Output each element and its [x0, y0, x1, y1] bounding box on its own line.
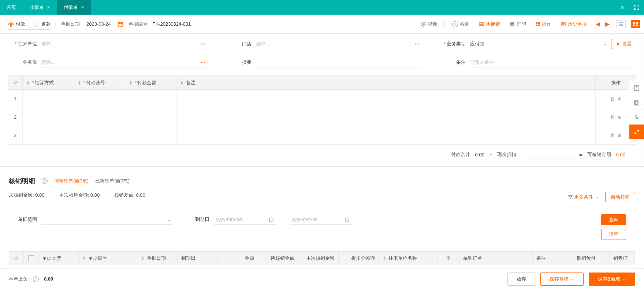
footer-bar: 本单上欠 ? 0.00 放弃 保存草稿︿ 保存&新增︿ — [0, 268, 644, 289]
tab-payment[interactable]: 付款单✕ — [57, 0, 91, 15]
tab-receipt[interactable]: 收款单✕ — [23, 0, 57, 15]
history-button[interactable]: 历史单据 — [559, 21, 589, 27]
radio-pay[interactable]: 付款 — [4, 19, 30, 29]
help-icon[interactable]: ? — [42, 178, 48, 184]
shortcut-button[interactable]: 快捷键 — [477, 21, 502, 27]
view-list-icon[interactable] — [616, 20, 626, 28]
chevron-down-icon[interactable]: ⌄ — [603, 41, 607, 47]
svg-rect-8 — [536, 25, 537, 26]
svg-point-16 — [15, 82, 16, 84]
owe-value: 0.00 — [44, 276, 53, 282]
delete-icon[interactable]: 🗑 — [608, 96, 616, 101]
close-icon[interactable]: ✕ — [47, 5, 50, 10]
table-settings-icon[interactable] — [9, 252, 24, 265]
col-bill-type[interactable]: 单据类型 — [38, 252, 79, 265]
radio-refund[interactable]: 退款 — [30, 19, 55, 29]
col-bill-date[interactable]: ▲▼单据日期 — [137, 252, 178, 265]
query-button[interactable]: 查询 — [601, 214, 626, 225]
ellipsis-icon[interactable]: ⋯ — [201, 41, 206, 47]
detail-table-header: 单据类型 ▲▼单据编号 ▲▼单据日期 到期日 金额 待核销金额 本次核销金额 折… — [9, 251, 635, 265]
pending-tab[interactable]: 待核销单据(0笔) — [54, 178, 89, 184]
add-row-icon[interactable]: ⊕ — [616, 133, 623, 138]
window-close-button[interactable]: ✕ — [615, 0, 629, 15]
svg-rect-17 — [269, 218, 273, 221]
col-remark[interactable]: 备注 — [533, 252, 573, 265]
fullscreen-icon[interactable] — [629, 0, 644, 15]
operate-button[interactable]: 操作 — [533, 21, 554, 27]
range-select[interactable]: ⌄ — [41, 214, 173, 225]
abandon-button[interactable]: 放弃 — [507, 273, 535, 286]
salesman-input[interactable]: 选择...⋯ — [40, 57, 208, 67]
auto-writeoff-button[interactable]: 自动核销 — [605, 192, 635, 202]
add-row-icon[interactable]: ⊕ — [616, 96, 623, 101]
print-button[interactable]: 打印 — [507, 21, 528, 27]
verify-section: 核销明细 ? 待核销单据(0笔) 已核销单据(0笔) 未核销金额: 0.00 本… — [0, 170, 644, 267]
delete-icon[interactable]: 🗑 — [608, 114, 616, 120]
svg-point-15 — [617, 43, 619, 45]
filter-settings-button[interactable]: 设置 — [601, 229, 626, 240]
calendar-icon[interactable] — [118, 21, 123, 27]
svg-rect-7 — [538, 22, 540, 24]
summary-input[interactable] — [254, 57, 422, 67]
due-label: 到期日 — [195, 216, 209, 223]
remark-input[interactable]: 请输入备注 — [469, 57, 636, 67]
svg-rect-2 — [479, 23, 484, 26]
col-bill-no[interactable]: ▲▼单据编号 — [79, 252, 137, 265]
done-tab[interactable]: 已核销单据(0笔) — [95, 178, 130, 184]
filter-panel: 单据范围 ⌄ 到期日 yyyy-mm-dd — yyyy-mm-dd 查询 设置 — [9, 209, 635, 245]
bill-date-value[interactable]: 2023-03-24 — [86, 21, 111, 27]
cash-discount-input[interactable] — [523, 150, 574, 159]
prev-icon[interactable]: ◀ — [594, 21, 602, 27]
delete-icon[interactable]: 🗑 — [608, 133, 616, 138]
remark-label: 备注 — [436, 59, 466, 66]
table-row[interactable]: 1 🗑⊕ — [8, 90, 636, 108]
col-method[interactable]: ▲▼*结算方式 — [23, 76, 74, 89]
help-button[interactable]: ?帮助 — [450, 21, 472, 27]
col-pending-amount[interactable]: 待核销金额 — [258, 252, 298, 265]
payment-table: ▲▼*结算方式 ▲▼*付款账号 ▲▼*付款金额 ▲▼备注 操作 1 🗑⊕ 2 🗑… — [8, 75, 636, 145]
store-input[interactable]: 选择...⋯ — [254, 39, 422, 49]
col-this-amount[interactable]: 本次核销金额 — [298, 252, 339, 265]
select-all-checkbox[interactable] — [24, 252, 38, 265]
rail-copy-icon[interactable] — [629, 95, 644, 110]
tab-home[interactable]: 首页 — [0, 0, 23, 15]
col-due-date[interactable]: 到期日 — [178, 252, 218, 265]
close-icon[interactable]: ✕ — [81, 5, 84, 10]
bill-no-value: FK-20230324-001 — [153, 21, 191, 27]
col-unit-name[interactable]: ▲▼往来单位名称 — [379, 252, 438, 265]
ellipsis-icon[interactable]: ⋯ — [415, 41, 420, 47]
col-initial-prepay[interactable]: 期初预付 — [573, 252, 610, 265]
due-date-to[interactable]: yyyy-mm-dd — [290, 214, 352, 225]
col-balance[interactable]: 平 — [438, 252, 459, 265]
col-amount[interactable]: 金额 — [218, 252, 258, 265]
unit-label: 往来单位 — [8, 41, 37, 47]
toolbar: 付款 退款 单据日期 2023-03-24 单据编号 FK-20230324-0… — [0, 15, 644, 34]
video-button[interactable]: 视频 — [418, 21, 439, 27]
add-row-icon[interactable]: ⊕ — [616, 114, 623, 120]
biztype-select[interactable]: 应付款⌄ — [469, 39, 608, 49]
col-remark[interactable]: ▲▼备注 — [176, 76, 596, 89]
col-account[interactable]: ▲▼*付款账号 — [74, 76, 125, 89]
table-row[interactable]: 3 🗑⊕ — [8, 126, 636, 145]
ellipsis-icon[interactable]: ⋯ — [201, 59, 206, 65]
col-sales-order[interactable]: 销售订 — [610, 252, 635, 265]
col-amount[interactable]: ▲▼*付款金额 — [125, 76, 176, 89]
unit-input[interactable]: 选择...⋯ — [40, 39, 208, 49]
help-icon[interactable]: ? — [33, 276, 39, 282]
due-date-from[interactable]: yyyy-mm-dd — [214, 214, 276, 225]
table-row[interactable]: 2 🗑⊕ — [8, 108, 636, 126]
history-nav: ◀ ▶ — [594, 21, 611, 27]
rail-draft-icon[interactable] — [629, 81, 644, 95]
table-settings-icon[interactable] — [8, 76, 23, 89]
rail-expand-icon[interactable] — [629, 125, 644, 139]
col-purchase-order[interactable]: 采购订单 — [459, 252, 533, 265]
next-icon[interactable]: ▶ — [604, 21, 611, 27]
save-new-button[interactable]: 保存&新增︿ — [589, 273, 635, 286]
svg-point-19 — [16, 257, 17, 259]
rail-link-icon[interactable] — [629, 110, 644, 125]
biztype-label: 业务类型 — [436, 41, 466, 47]
col-discount-alloc[interactable]: 折扣分摊额 — [339, 252, 379, 265]
save-draft-button[interactable]: 保存草稿︿ — [540, 273, 584, 286]
chevron-down-icon: ⌄ — [167, 216, 171, 222]
more-conditions-toggle[interactable]: 更多条件︿ — [568, 194, 599, 200]
